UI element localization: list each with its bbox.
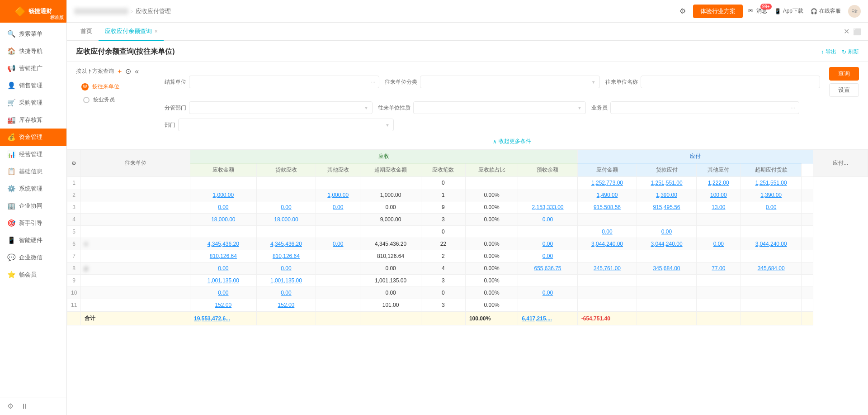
ap-other-cell[interactable]: 77.00	[696, 262, 741, 275]
dept-input[interactable]: ▼	[178, 119, 394, 131]
ap-loan-cell[interactable]: 3,044,240.00	[637, 238, 697, 250]
ar-prepay-cell[interactable]: 0.00	[518, 250, 578, 262]
message-icon-container[interactable]: ✉ 99+ 消息	[748, 7, 767, 15]
ap-other-cell[interactable]: 1,222.00	[696, 177, 741, 189]
ap-overdue-cell[interactable]: 345,684.00	[741, 262, 801, 275]
ap-overdue-cell[interactable]: 3,044,240.00	[741, 238, 801, 250]
tab-close-window-icon[interactable]: ✕	[844, 27, 849, 36]
ar-amount-cell[interactable]: 152.00	[190, 299, 257, 312]
ap-loan-cell[interactable]: 915,495.56	[637, 201, 697, 214]
ar-other-cell[interactable]: 0.00	[316, 201, 360, 214]
ar-prepay-cell[interactable]: 2,153,333.00	[518, 201, 578, 214]
filter-settings-icon[interactable]: ⊙	[125, 67, 131, 76]
sidebar-item-sales[interactable]: 👤 销售管理	[0, 77, 66, 94]
tab-ar-ap[interactable]: 应收应付余额查询 ×	[99, 23, 164, 41]
ap-overdue-cell[interactable]: 1,251,551.00	[741, 177, 801, 189]
sidebar-item-enterprise[interactable]: 🏢 企业协同	[0, 197, 66, 215]
ap-loan-cell[interactable]: 1,251,551.00	[637, 177, 697, 189]
ap-overdue-cell[interactable]: 0.00	[741, 201, 801, 214]
ap-overdue-cell[interactable]: 1,390.00	[741, 189, 801, 201]
tab-close-icon[interactable]: ×	[155, 29, 157, 34]
ar-prepay-cell[interactable]: 0.00	[518, 238, 578, 250]
ap-loan-cell[interactable]: 345,684.00	[637, 262, 697, 275]
ar-other-cell[interactable]: 1,000.00	[316, 189, 360, 201]
ar-loan-cell[interactable]: 152.00	[256, 299, 316, 312]
col-settings[interactable]: ⚙	[67, 150, 81, 177]
user-info[interactable]: Rit	[848, 5, 861, 18]
ar-amount-cell[interactable]: 1,001,135.00	[190, 275, 257, 287]
footer-ar-prepay[interactable]: 6,417,215....	[518, 311, 578, 325]
ar-other-cell[interactable]: 0.00	[316, 238, 360, 250]
ar-loan-cell[interactable]: 0.00	[256, 262, 316, 275]
ar-amount-cell[interactable]: 0.00	[190, 201, 257, 214]
ap-amount-cell[interactable]: 1,252,773.00	[577, 177, 637, 189]
filter-collapse-icon[interactable]: «	[135, 67, 139, 76]
ar-loan-cell[interactable]: 18,000.00	[256, 214, 316, 226]
unit-category-input[interactable]: ▼	[420, 76, 599, 88]
app-download[interactable]: 📱 App下载	[774, 7, 803, 15]
ar-loan-cell[interactable]: 0.00	[256, 201, 316, 214]
ap-amount-cell[interactable]: 3,044,240.00	[577, 238, 637, 250]
ar-prepay-cell[interactable]: 655,636.75	[518, 262, 578, 275]
ap-other-cell[interactable]: 0.00	[696, 238, 741, 250]
ap-amount-cell[interactable]: 1,490.00	[577, 189, 637, 201]
collapse-button[interactable]: ∧ 收起更多条件	[493, 138, 531, 145]
sidebar-item-hardware[interactable]: 📱 智能硬件	[0, 232, 66, 249]
ap-loan-cell[interactable]: 1,390.00	[637, 189, 697, 201]
footer-ar-amount[interactable]: 19,553,472,6...	[190, 311, 257, 325]
online-service[interactable]: 🎧 在线客服	[811, 7, 841, 15]
ar-amount-cell[interactable]: 18,000.00	[190, 214, 257, 226]
tab-home[interactable]: 首页	[74, 23, 99, 41]
ap-amount-cell[interactable]: 915,508.56	[577, 201, 637, 214]
sidebar-item-search[interactable]: 🔍 搜索菜单	[0, 25, 66, 43]
sidebar-item-capital[interactable]: 💰 资金管理	[0, 129, 66, 146]
ap-loan-cell[interactable]: 0.00	[637, 226, 697, 238]
ap-other-cell[interactable]: 100.00	[696, 189, 741, 201]
col-unit-header: 往来单位	[81, 150, 190, 177]
setting-button[interactable]: 设置	[829, 83, 859, 97]
sidebar-item-system[interactable]: ⚙️ 系统管理	[0, 180, 66, 197]
query-button[interactable]: 查询	[829, 67, 859, 81]
table-container[interactable]: ⚙ 往来单位 应收 应付 应付... 应收金额 贷款应收 其他应收 超期应收金额…	[67, 149, 868, 415]
sidebar-item-wechat[interactable]: 💬 企业微信	[0, 249, 66, 266]
ar-amount-cell[interactable]: 4,345,436.20	[190, 238, 257, 250]
ar-loan-cell[interactable]: 4,345,436.20	[256, 238, 316, 250]
sidebar-item-member[interactable]: ⭐ 畅会员	[0, 266, 66, 283]
sidebar-item-marketing[interactable]: 📢 营销推广	[0, 60, 66, 77]
ar-amount-cell[interactable]: 0.00	[190, 262, 257, 275]
sidebar-item-operations[interactable]: 📊 经营管理	[0, 146, 66, 163]
ap-amount-cell[interactable]: 345,761.00	[577, 262, 637, 275]
ar-amount-cell[interactable]: 0.00	[190, 287, 257, 299]
tab-maximize-icon[interactable]: ⬜	[853, 28, 861, 35]
header-gear-icon[interactable]: ⚙	[679, 7, 686, 15]
ar-loan-cell[interactable]: 810,126.64	[256, 250, 316, 262]
ar-amount-cell[interactable]: 1,000.00	[190, 189, 257, 201]
sidebar-item-quick-nav[interactable]: 🏠 快捷导航	[0, 43, 66, 60]
sidebar-item-basic[interactable]: 📋 基础信息	[0, 163, 66, 180]
ap-other-cell[interactable]: 13.00	[696, 201, 741, 214]
ar-loan-cell[interactable]: 1,001,135.00	[256, 275, 316, 287]
ar-loan-cell[interactable]: 0.00	[256, 287, 316, 299]
ar-prepay-cell[interactable]: 0.00	[518, 214, 578, 226]
collapse-footer-icon[interactable]: ⏸	[21, 402, 28, 410]
cta-button[interactable]: 体验行业方案	[693, 5, 743, 18]
ar-amount-cell[interactable]: 810,126.64	[190, 250, 257, 262]
sidebar-item-guide[interactable]: 🎯 新手引导	[0, 215, 66, 232]
ar-overdue-cell: 9,000.00	[360, 214, 421, 226]
filter-option-by-unit[interactable]: W 按往来单位	[78, 80, 157, 93]
sidebar-item-inventory[interactable]: 🏭 库存核算	[0, 111, 66, 129]
staff-input[interactable]: ···	[610, 101, 799, 114]
ar-prepay-cell[interactable]: 0.00	[518, 287, 578, 299]
settings-footer-icon[interactable]: ⚙	[7, 402, 14, 410]
unit-nature-input[interactable]: ▼	[413, 101, 586, 114]
filter-option-by-staff[interactable]: 按业务员	[80, 93, 157, 106]
sidebar-item-purchase[interactable]: 🛒 采购管理	[0, 94, 66, 111]
filter-add-icon[interactable]: +	[118, 67, 122, 76]
refresh-button[interactable]: ↻ 刷新	[842, 48, 859, 56]
ap-amount-cell[interactable]: 0.00	[577, 226, 637, 238]
unit-name-input[interactable]	[641, 76, 820, 88]
settlement-unit-input[interactable]: ···	[189, 76, 379, 88]
ap-overdue-cell	[741, 275, 801, 287]
dept-charge-input[interactable]: ▼	[189, 101, 373, 114]
export-button[interactable]: ↑ 导出	[821, 48, 836, 56]
